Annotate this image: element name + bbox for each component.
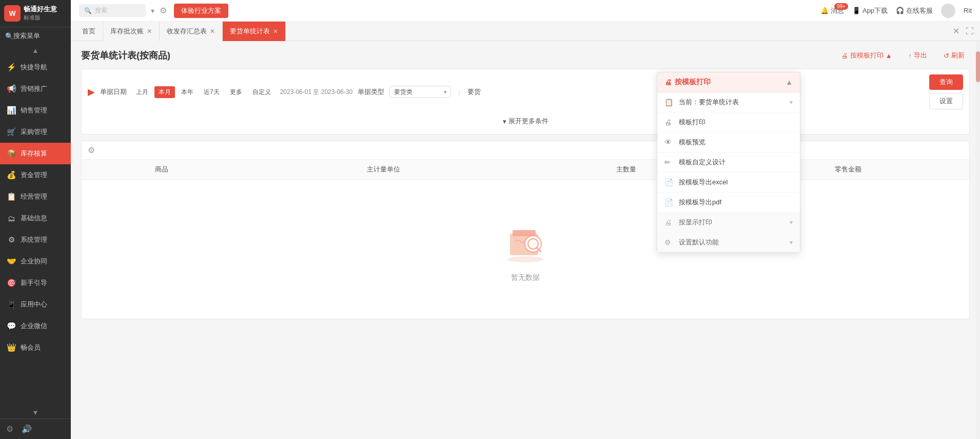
- type-select-wrapper[interactable]: 要货类: [389, 86, 451, 98]
- sidebar-item-operations[interactable]: 📋 经营管理: [0, 186, 71, 207]
- sidebar-item-wechat[interactable]: 💬 企业微信: [0, 315, 71, 337]
- export-icon: ↑: [909, 52, 912, 60]
- sidebar-scroll-down[interactable]: ▼: [0, 407, 71, 418]
- sidebar-item-quick-nav[interactable]: ⚡ 快捷导航: [0, 56, 71, 78]
- date-opt-custom[interactable]: 自定义: [248, 86, 275, 98]
- sidebar-item-enterprise[interactable]: 🤝 企业协同: [0, 251, 71, 272]
- app-download-item[interactable]: 📱 App下载: [852, 6, 888, 15]
- th-unit: 主计量单位: [241, 160, 525, 180]
- sidebar-footer-settings-icon[interactable]: ⚙: [6, 424, 13, 434]
- sidebar-item-label: 系统管理: [21, 235, 47, 244]
- printer-icon: 🖨: [841, 52, 848, 60]
- topbar-search-icon: 🔍: [84, 7, 92, 14]
- sidebar-item-apps[interactable]: 📱 应用中心: [0, 294, 71, 315]
- app-download-icon: 📱: [852, 7, 860, 14]
- dropdown-set-default[interactable]: ⚙ 设置默认功能 ▾: [657, 233, 800, 252]
- tabs-expand-btn[interactable]: ⛶: [964, 25, 976, 38]
- sidebar-item-label: 畅会员: [21, 343, 41, 352]
- sidebar-item-label: 企业微信: [21, 321, 47, 331]
- dropdown-template-print[interactable]: 🖨 模板打印: [657, 112, 800, 132]
- sidebar: W 畅通好生意 标准版 🔍 搜索菜单 ▲ ⚡ 快捷导航 📢 营销推广 📊 销售管…: [0, 0, 71, 439]
- tab-label: 收发存汇总表: [167, 27, 207, 36]
- date-opt-more[interactable]: 更多: [226, 86, 246, 98]
- svg-point-0: [507, 256, 543, 262]
- app-company-name: 畅通好生意: [24, 5, 57, 14]
- export-btn[interactable]: ↑ 导出: [904, 48, 933, 63]
- type-select[interactable]: 要货类: [389, 86, 451, 98]
- expand-more-btn[interactable]: ▾ 展开更多条件: [495, 113, 557, 129]
- settings-btn[interactable]: 设置: [929, 93, 963, 109]
- online-service-item[interactable]: 🎧 在线客服: [896, 6, 933, 15]
- tabs-close-btn[interactable]: ✕: [951, 24, 962, 38]
- sidebar-item-label: 资金管理: [21, 170, 47, 180]
- refresh-btn[interactable]: ↺ 刷新: [938, 48, 970, 63]
- sidebar-search-item[interactable]: 🔍 搜索菜单: [0, 27, 71, 45]
- tab-order-stats[interactable]: 要货单统计表 ✕: [223, 22, 286, 41]
- printer-icon: 🖨: [664, 78, 672, 86]
- sidebar-item-marketing[interactable]: 📢 营销推广: [0, 78, 71, 100]
- scrollbar-thumb[interactable]: [976, 51, 980, 82]
- notifications-item[interactable]: 🔔 消息 99+: [820, 6, 844, 15]
- user-name: Rit: [964, 7, 972, 14]
- sidebar-item-member[interactable]: 👑 畅会员: [0, 337, 71, 358]
- sidebar-item-inventory[interactable]: 📦 库存核算: [0, 143, 71, 164]
- page-header: 要货单统计表(按商品) 🖨 按模板打印 ▲ ↑ 导出 ↺ 刷新: [71, 41, 980, 63]
- tab-receipts-summary[interactable]: 收发存汇总表 ✕: [160, 22, 223, 41]
- sidebar-item-purchase[interactable]: 🛒 采购管理: [0, 121, 71, 143]
- topbar-gear-icon[interactable]: ⚙: [160, 6, 167, 15]
- date-opt-7days[interactable]: 近7天: [200, 86, 224, 98]
- goods-filter-label: 要货: [467, 87, 481, 97]
- dropdown-export-excel[interactable]: 📄 按模板导出excel: [657, 173, 800, 193]
- set-default-icon: ⚙: [664, 238, 674, 246]
- dropdown-header-left: 🖨 按模板打印: [664, 78, 711, 87]
- table-settings-icon[interactable]: ⚙: [88, 145, 95, 155]
- avatar[interactable]: [941, 4, 955, 18]
- topbar-dropdown-icon[interactable]: ▾: [151, 7, 154, 15]
- date-opt-last-month[interactable]: 上月: [132, 86, 152, 98]
- dropdown-template-preview[interactable]: 👁 模板预览: [657, 132, 800, 152]
- tab-close-icon[interactable]: ✕: [273, 28, 278, 35]
- sidebar-footer-audio-icon[interactable]: 🔊: [22, 424, 32, 434]
- dropdown-template-custom[interactable]: ✏ 模板自定义设计: [657, 152, 800, 173]
- operations-icon: 📋: [6, 192, 16, 202]
- sidebar-item-label: 企业协同: [21, 257, 47, 266]
- template-print-btn[interactable]: 🖨 按模板打印 ▲: [836, 48, 897, 63]
- dropdown-template-preview-label: 模板预览: [679, 138, 705, 147]
- topbar: 🔍 搜索 ▾ ⚙ 体验行业方案 🔔 消息 99+ 📱 App下载 🎧 在线客服 …: [71, 0, 980, 22]
- sidebar-footer: ⚙ 🔊: [0, 418, 71, 439]
- sidebar-item-system[interactable]: ⚙ 系统管理: [0, 229, 71, 251]
- enterprise-icon: 🤝: [6, 256, 16, 266]
- date-options: 上月 本月 本年 近7天 更多 自定义: [132, 86, 275, 98]
- dropdown-current-item[interactable]: 📋 当前：要货单统计表 ▾: [657, 92, 800, 112]
- dropdown-display-print[interactable]: 🖨 按显示打印 ▾: [657, 213, 800, 233]
- sidebar-item-finance[interactable]: 💰 资金管理: [0, 164, 71, 186]
- date-opt-this-year[interactable]: 本年: [177, 86, 198, 98]
- sidebar-item-label: 基础信息: [21, 214, 47, 223]
- tab-batch-account[interactable]: 库存批次账 ✕: [103, 22, 160, 41]
- tab-close-icon[interactable]: ✕: [147, 28, 152, 35]
- preview-icon: 👁: [664, 138, 674, 146]
- apps-icon: 📱: [6, 299, 16, 310]
- tab-close-icon[interactable]: ✕: [210, 28, 215, 35]
- sidebar-scroll-up[interactable]: ▲: [0, 45, 71, 56]
- sidebar-item-sales[interactable]: 📊 销售管理: [0, 100, 71, 121]
- trial-btn[interactable]: 体验行业方案: [174, 4, 228, 18]
- date-opt-this-month[interactable]: 本月: [154, 86, 175, 98]
- excel-icon: 📄: [664, 178, 674, 186]
- sidebar-item-basic[interactable]: 🗂 基础信息: [0, 207, 71, 229]
- sidebar-item-guide[interactable]: 🎯 新手引导: [0, 272, 71, 294]
- page-title: 要货单统计表(按商品): [81, 49, 170, 62]
- right-scrollbar[interactable]: [976, 41, 980, 439]
- dropdown-arrow-icon: ▾: [790, 99, 793, 106]
- filter-expand-icon[interactable]: ▶: [88, 86, 95, 98]
- dropdown-export-pdf[interactable]: 📄 按模板导出pdf: [657, 193, 800, 213]
- current-template-icon: 📋: [664, 98, 674, 106]
- sidebar-logo: W 畅通好生意 标准版: [0, 0, 71, 27]
- basic-icon: 🗂: [6, 213, 16, 223]
- dropdown-display-print-label: 按显示打印: [679, 218, 712, 227]
- dropdown-header-right: ▲: [786, 78, 793, 86]
- home-label: 首页: [82, 27, 95, 36]
- tab-home[interactable]: 首页: [75, 22, 103, 41]
- topbar-search[interactable]: 🔍 搜索: [79, 4, 146, 17]
- query-btn[interactable]: 查询: [929, 74, 963, 90]
